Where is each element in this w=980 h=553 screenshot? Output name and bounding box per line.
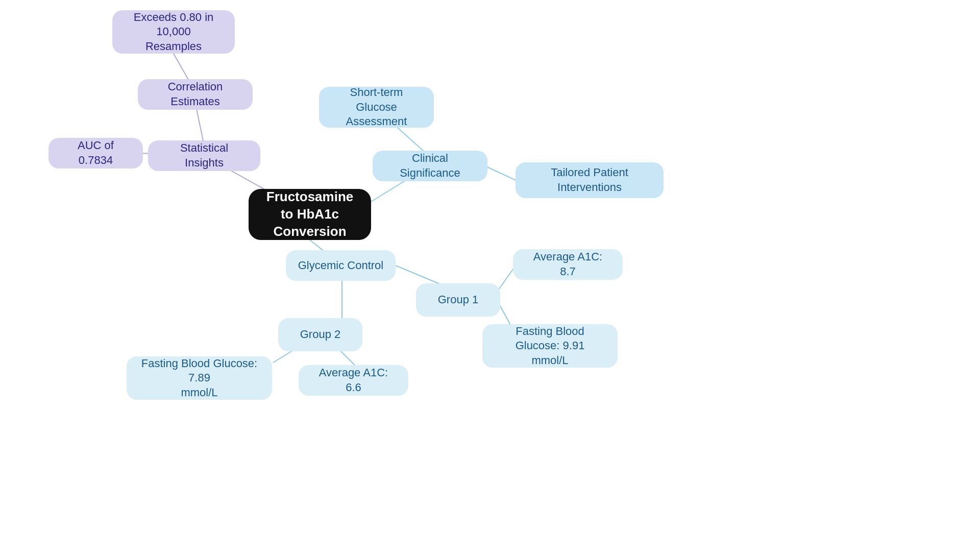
average-a1c-66-node: Average A1C: 6.6 [299, 365, 408, 396]
mind-map-container: Fructosamine to HbA1c Conversion Statist… [0, 0, 980, 553]
correlation-node: Correlation Estimates [138, 79, 253, 110]
group2-label: Group 2 [300, 327, 341, 342]
fasting-789-label: Fasting Blood Glucose: 7.89 mmol/L [138, 356, 261, 400]
fasting-991-node: Fasting Blood Glucose: 9.91 mmol/L [482, 324, 618, 368]
auc-node: AUC of 0.7834 [48, 138, 143, 169]
tailored-node: Tailored Patient Interventions [516, 162, 664, 198]
svg-line-13 [339, 350, 355, 365]
fasting-789-node: Fasting Blood Glucose: 7.89 mmol/L [127, 356, 272, 400]
group2-node: Group 2 [278, 318, 362, 351]
center-label: Fructosamine to HbA1c Conversion [260, 188, 360, 240]
correlation-label: Correlation Estimates [149, 80, 241, 109]
glycemic-control-node: Glycemic Control [286, 250, 396, 281]
average-a1c-87-node: Average A1C: 8.7 [513, 249, 623, 280]
statistical-insights-node: Statistical Insights [148, 140, 260, 171]
statistical-insights-label: Statistical Insights [159, 141, 249, 170]
average-a1c-87-label: Average A1C: 8.7 [524, 250, 611, 279]
auc-label: AUC of 0.7834 [60, 138, 132, 167]
short-term-label: Short-term Glucose Assessment [330, 85, 423, 129]
clinical-significance-label: Clinical Significance [384, 151, 476, 180]
exceeds-node: Exceeds 0.80 in 10,000 Resamples [112, 10, 235, 54]
exceeds-label: Exceeds 0.80 in 10,000 Resamples [124, 10, 224, 54]
fasting-991-label: Fasting Blood Glucose: 9.91 mmol/L [494, 324, 606, 368]
group1-label: Group 1 [438, 293, 479, 307]
center-node: Fructosamine to HbA1c Conversion [249, 189, 371, 240]
clinical-significance-node: Clinical Significance [373, 151, 487, 181]
short-term-node: Short-term Glucose Assessment [319, 87, 434, 128]
group1-node: Group 1 [416, 283, 500, 317]
tailored-label: Tailored Patient Interventions [527, 165, 652, 195]
average-a1c-66-label: Average A1C: 6.6 [310, 366, 397, 395]
svg-line-6 [485, 166, 518, 181]
glycemic-control-label: Glycemic Control [298, 258, 383, 273]
